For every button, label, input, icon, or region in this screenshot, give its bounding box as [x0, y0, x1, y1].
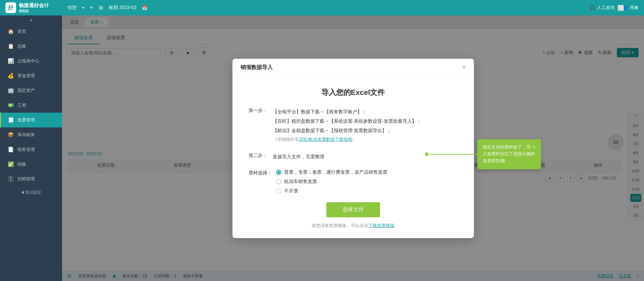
- sidebar-scroll-up[interactable]: ▲: [0, 15, 62, 24]
- settings-icon[interactable]: ⚙: [99, 5, 103, 11]
- sidebar-icon: 📊: [8, 58, 14, 64]
- guide-link[interactable]: 百旺/航信发票数据下载指南: [299, 137, 353, 142]
- sidebar-item-工资[interactable]: 💵工资: [0, 98, 62, 113]
- sidebar-item-归档管理[interactable]: 🗄️归档管理: [0, 172, 62, 186]
- radio-group: 普票，专票，卷票，通行费发票，农产品销售发票机动车销售发票不开票: [276, 169, 387, 194]
- sidebar-icon: 💵: [8, 102, 14, 108]
- radio-circle: [276, 170, 281, 175]
- step1-row: 第一步： 【全电平台】数据下载→【税务数字账户】； 【百旺】税控盘数据下载→【系…: [249, 107, 458, 144]
- sidebar-item-库存核算[interactable]: 📦库存核算: [0, 127, 62, 142]
- modal-body: 导入您的Excel文件 第一步： 【全电平台】数据下载→【税务数字账户】； 【百…: [232, 77, 474, 238]
- headset-icon: 🎧: [590, 5, 595, 10]
- sidebar-label: 归档管理: [17, 176, 35, 182]
- sidebar-label: 发票管理: [17, 117, 35, 123]
- modal-header: 销项数据导入 ×: [232, 59, 474, 77]
- sidebar-icon: 🏠: [8, 29, 14, 35]
- step1-line3: 【航信】金税盘数据下载→【报税管理-发票数据导出】；: [273, 126, 421, 135]
- sidebar-icon: 📋: [8, 43, 14, 49]
- modal-title: 销项数据导入: [240, 64, 273, 71]
- step1-note: （详细操作见百旺/航信发票数据下载指南）: [273, 135, 421, 144]
- tooltip-connector-line: [427, 154, 476, 155]
- sidebar-label: 云报表中心: [17, 58, 39, 64]
- step2-text: 直接导入文件，无需整理: [273, 152, 324, 161]
- service-button[interactable]: 🎧 人工咨询: [590, 5, 614, 11]
- sidebar-label: 工资: [17, 102, 26, 108]
- account-name: 你您: [67, 5, 77, 11]
- sidebar-label: 库存核算: [17, 132, 35, 138]
- step1-content: 【全电平台】数据下载→【税务数字账户】； 【百旺】税控盘数据下载→【系统设置-系…: [273, 107, 421, 144]
- radio-label: 机动车销售发票: [284, 179, 317, 185]
- tooltip-bubble: × 现在支持的票种多了，导入发票时别忘了选择正确的发票类型哦!: [477, 139, 541, 169]
- sidebar-item-首页[interactable]: 🏠首页: [0, 24, 62, 39]
- sidebar-icon: 📦: [8, 132, 14, 138]
- sidebar-item-税务管理[interactable]: 📑税务管理: [0, 142, 62, 157]
- sidebar-icon: 🗄️: [8, 176, 14, 182]
- cancel-pin-label: ◀ 取消固定: [20, 190, 42, 195]
- sidebar-icon: 💰: [8, 73, 14, 79]
- radio-dot: [277, 171, 280, 174]
- sidebar-icon: 🏢: [8, 88, 14, 94]
- radio-item-r2[interactable]: 机动车销售发票: [276, 179, 387, 185]
- sidebar-icon: 🧾: [8, 117, 14, 123]
- service-label: 人工咨询: [597, 5, 614, 11]
- download-template-link[interactable]: 下载发票模版: [368, 223, 394, 228]
- calendar-icon[interactable]: 📅: [142, 5, 147, 10]
- sidebar-cancel-pin[interactable]: ◀ 取消固定: [0, 186, 62, 199]
- sidebar-item-总账[interactable]: 📋总账: [0, 39, 62, 54]
- sidebar-label: 结账: [17, 161, 26, 167]
- sidebar-item-发票管理[interactable]: 🧾发票管理: [0, 113, 62, 127]
- sidebar-icon: ✅: [8, 161, 14, 167]
- topbar-center: 你您 ▾ + ⚙ 账期 2023-03 📅: [67, 4, 590, 11]
- logo-icon: 好: [5, 2, 16, 13]
- step1-line1: 【全电平台】数据下载→【税务数字账户】；: [273, 107, 421, 116]
- sidebar-icon: 📑: [8, 147, 14, 153]
- step1: 第一步： 【全电平台】数据下载→【税务数字账户】； 【百旺】税控盘数据下载→【系…: [249, 107, 458, 144]
- close-button[interactable]: ×: [629, 0, 644, 15]
- sidebar-label: 总账: [17, 43, 26, 49]
- ticket-row: 票种选择： 普票，专票，卷票，通行费发票，农产品销售发票机动车销售发票不开票: [249, 169, 458, 194]
- app-logo: 好 畅捷通好会计 旗舰版: [5, 2, 67, 13]
- radio-item-r1[interactable]: 普票，专票，卷票，通行费发票，农产品销售发票: [276, 169, 387, 175]
- sidebar-item-结账[interactable]: ✅结账: [0, 157, 62, 172]
- step1-label: 第一步：: [249, 108, 269, 114]
- sidebar: ▲ 🏠首页📋总账📊云报表中心💰资金管理🏢固定资产💵工资🧾发票管理📦库存核算📑税务…: [0, 15, 62, 281]
- modal-main-title: 导入您的Excel文件: [249, 88, 458, 98]
- modal-close-button[interactable]: ×: [462, 64, 466, 71]
- tooltip-text: 现在支持的票种多了，导入发票时别忘了选择正确的发票类型哦!: [483, 145, 535, 164]
- radio-label: 普票，专票，卷票，通行费发票，农产品销售发票: [284, 169, 387, 175]
- radio-circle: [276, 188, 281, 194]
- app-name: 畅捷通好会计: [19, 2, 49, 9]
- app-edition: 旗舰版: [19, 9, 49, 13]
- period-label: 账期 2023-03: [109, 5, 137, 11]
- modal-footer: 若您没有发票模版，可以点击下载发票模版: [249, 223, 458, 229]
- radio-circle: [276, 179, 281, 184]
- ticket-label: 票种选择：: [249, 170, 272, 176]
- add-button[interactable]: +: [90, 4, 93, 11]
- select-file-button[interactable]: 选择文件: [326, 202, 380, 217]
- sidebar-item-资金管理[interactable]: 💰资金管理: [0, 68, 62, 83]
- radio-label: 不开票: [284, 188, 298, 194]
- ticket-choice: 票种选择： 普票，专票，卷票，通行费发票，农产品销售发票机动车销售发票不开票: [249, 169, 458, 194]
- sidebar-label: 首页: [17, 29, 26, 35]
- maximize-button[interactable]: ⬜: [613, 0, 629, 15]
- topbar: 好 畅捷通好会计 旗舰版 你您 ▾ + ⚙ 账期 2023-03 📅 🎧 人工咨…: [0, 0, 644, 15]
- import-modal: 销项数据导入 × 导入您的Excel文件 第一步： 【全电平台】数据下载→【税务…: [232, 59, 474, 238]
- sidebar-label: 资金管理: [17, 73, 35, 79]
- step1-line2: 【百旺】税控盘数据下载→【系统设置-系统参数设置-发票批量导入】；: [273, 116, 421, 126]
- modal-overlay[interactable]: 销项数据导入 × 导入您的Excel文件 第一步： 【全电平台】数据下载→【税务…: [62, 15, 644, 281]
- account-dropdown-icon[interactable]: ▾: [82, 5, 84, 10]
- sidebar-item-云报表中心[interactable]: 📊云报表中心: [0, 54, 62, 68]
- sidebar-item-固定资产[interactable]: 🏢固定资产: [0, 83, 62, 98]
- sidebar-label: 税务管理: [17, 147, 35, 153]
- sidebar-label: 固定资产: [17, 88, 35, 94]
- step2-label: 第二步：: [249, 153, 269, 159]
- radio-item-r3[interactable]: 不开票: [276, 188, 387, 194]
- tooltip-close-button[interactable]: ×: [533, 143, 535, 151]
- window-controls: ⬜ ×: [613, 0, 644, 15]
